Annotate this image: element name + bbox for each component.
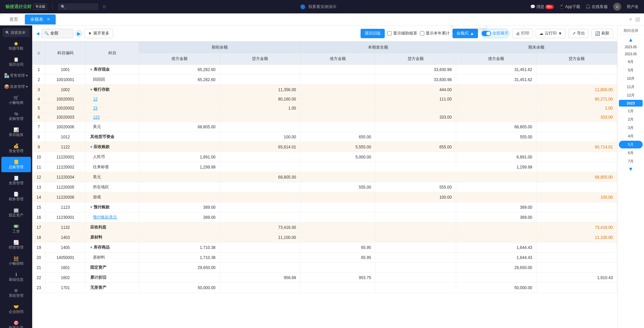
num-cell: 50,000.00	[456, 283, 536, 293]
amount-type-btn[interactable]: 金额式 ▲ 金额式 数量金额式 外币金额式 数量外币式	[452, 29, 478, 38]
tab-close-all-icon[interactable]: ✕	[629, 17, 632, 22]
nav-prev-btn[interactable]: ◀	[36, 31, 39, 36]
date-mar[interactable]: 3月	[619, 124, 643, 132]
sidebar-item-ecommerce[interactable]: 🛒 小畅电商	[1, 92, 31, 108]
date-sep[interactable]: 9月	[619, 66, 643, 74]
tab-balance[interactable]: 余额表 ✕	[25, 14, 56, 24]
account-name: 游戏	[93, 195, 101, 199]
expand-all-toggle[interactable]: 全部展开	[481, 29, 509, 38]
date-feb[interactable]: 2月	[619, 116, 643, 123]
assist-checkbox[interactable]	[387, 31, 392, 36]
user-avatar[interactable]: U	[613, 3, 621, 11]
sidebar-item-wholesale[interactable]: 📦 批发管理 ▼	[1, 81, 31, 92]
account-code: 1001	[45, 65, 86, 75]
col-settings[interactable]: ⚙	[33, 42, 45, 65]
app-download-btn[interactable]: 📱 App下载	[559, 4, 580, 10]
show-assist-check[interactable]: 显示辅助核算	[387, 30, 417, 36]
online-service-btn[interactable]: 🎧 在线客服	[586, 4, 608, 10]
search-bar-mini[interactable]: 🔍	[58, 3, 98, 10]
table-row: 15 1123 ▼预付账款 389.00 389.00	[33, 202, 617, 212]
search-group[interactable]: 🔍	[41, 29, 73, 38]
num-cell	[300, 85, 375, 95]
sidebar-item-retail[interactable]: 🏪 零售管理 ▼	[1, 70, 31, 81]
account-name-cell: ▼预付账款	[86, 202, 139, 212]
date-top-1[interactable]: 2023.05	[619, 44, 643, 50]
year-checkbox[interactable]	[420, 31, 424, 36]
date-oct[interactable]: 10月	[619, 75, 643, 82]
sidebar-item-capital[interactable]: 💰 资金管理	[1, 141, 31, 156]
sidebar-item-system[interactable]: ⚙ 系统管理	[1, 285, 31, 301]
date-jun[interactable]: 6月	[619, 149, 643, 157]
capital-icon: 💰	[3, 143, 30, 148]
export-btn[interactable]: ↗ 导出	[569, 29, 589, 38]
invoice-label: 发票管理	[3, 181, 30, 186]
sidebar-search[interactable]: 🔍 搜索菜单	[3, 28, 30, 37]
num-cell	[300, 222, 375, 233]
date-jul[interactable]: 7月	[619, 157, 643, 165]
sidebar-item-nav[interactable]: ⭐ 快捷导航	[1, 39, 31, 54]
tab-expand-icon[interactable]: ⬜	[635, 17, 640, 22]
sidebar-item-project[interactable]: 📋 项目合同	[1, 54, 31, 70]
sidebar-item-invoice[interactable]: 🧾 发票管理	[1, 173, 31, 188]
account-name-link[interactable]: 23	[93, 106, 97, 111]
expand-icon[interactable]: ▼	[90, 145, 93, 149]
retail-icon: 🏪	[4, 73, 9, 78]
demo-link[interactable]: 我要看实例演示	[308, 4, 336, 10]
sidebar-item-basic[interactable]: ℹ 基础信息	[1, 269, 31, 285]
sidebar-item-tax[interactable]: 📑 税务管理	[1, 189, 31, 204]
refresh-btn[interactable]: 🔄 刷新	[591, 29, 613, 38]
expand-icon[interactable]: ▼	[90, 205, 93, 209]
return-old-btn[interactable]: 退回旧版	[361, 29, 385, 38]
expand-icon[interactable]: ▼	[90, 88, 93, 91]
account-name-link[interactable]: 12	[93, 97, 97, 102]
expand-more-btn[interactable]: ▼ 展开更多	[84, 29, 113, 38]
num-cell	[139, 222, 220, 233]
date-apr[interactable]: 4月	[619, 132, 643, 140]
tab-close-icon[interactable]: ✕	[47, 17, 50, 22]
print-btn[interactable]: 🖨 打印	[512, 29, 533, 38]
sidebar-item-guide[interactable]: 🎯 新手引导	[1, 318, 31, 328]
amount-type-chevron: ▲	[470, 31, 474, 36]
sidebar-item-inventory[interactable]: 📊 库存核算	[1, 125, 31, 140]
account-name-cell: 人民币	[86, 152, 139, 162]
nav-next-btn[interactable]: ▶	[75, 30, 82, 37]
date-year-2023[interactable]: 2023	[619, 100, 643, 107]
search-input[interactable]	[50, 31, 70, 36]
print-label: 打印	[521, 30, 529, 36]
expand-icon[interactable]: ▼	[90, 68, 93, 71]
sidebar-item-accounting[interactable]: 📒 总账管理	[1, 157, 31, 172]
sidebar-item-salary[interactable]: 💵 工资	[1, 221, 31, 237]
date-may[interactable]: 5月	[619, 141, 643, 148]
sidebar-item-fixed-assets[interactable]: 🏢 固定资产	[1, 205, 31, 220]
account-name-link[interactable]: 预付账款美元	[93, 215, 117, 219]
account-name: 银行存款	[94, 87, 110, 92]
settings-icon[interactable]: ⚙	[37, 51, 41, 56]
num-cell	[456, 222, 536, 233]
settings-icon-top[interactable]: ⚙	[102, 4, 107, 9]
show-year-check[interactable]: 显示本年累计	[420, 30, 450, 36]
scroll-down-btn[interactable]: ▼	[619, 166, 643, 173]
num-cell	[456, 95, 536, 104]
scroll-up-btn[interactable]: ▲	[619, 36, 643, 44]
date-top-2[interactable]: 2023.05	[619, 51, 643, 57]
date-dec[interactable]: 12月	[619, 91, 643, 99]
num-cell	[536, 132, 617, 142]
sidebar-item-purchase[interactable]: 🛍 采购管理	[1, 109, 31, 124]
expand-icon[interactable]: ▼	[90, 246, 93, 249]
table-row: 4 10020001 12 80,160.00 111.00 80,271.00	[33, 95, 617, 104]
date-nov[interactable]: 11月	[619, 83, 643, 91]
date-aug[interactable]: 8月	[619, 58, 643, 66]
date-jan[interactable]: 1月	[619, 107, 643, 115]
sidebar-item-sales[interactable]: 🧮 小畅报销	[1, 253, 31, 269]
num-cell: 73,416.00	[220, 222, 300, 233]
account-name-cell: ▼银行存款	[86, 85, 139, 95]
account-name: 原材料	[90, 235, 102, 240]
sidebar-item-operations[interactable]: 📈 经营管理	[1, 237, 31, 253]
message-btn[interactable]: 💬 消息 99+	[530, 4, 554, 10]
sidebar-item-cooperation[interactable]: 🤝 企业协同	[1, 302, 31, 317]
account-name-link[interactable]: 122	[93, 115, 100, 120]
dropdown-item-qty-foreign[interactable]: 数量外币式	[453, 25, 486, 28]
num-cell: 555.00	[375, 182, 456, 192]
cloud-print-btn[interactable]: ☁ 云打印 ▼	[536, 29, 566, 38]
tab-home[interactable]: 首页	[4, 14, 23, 24]
